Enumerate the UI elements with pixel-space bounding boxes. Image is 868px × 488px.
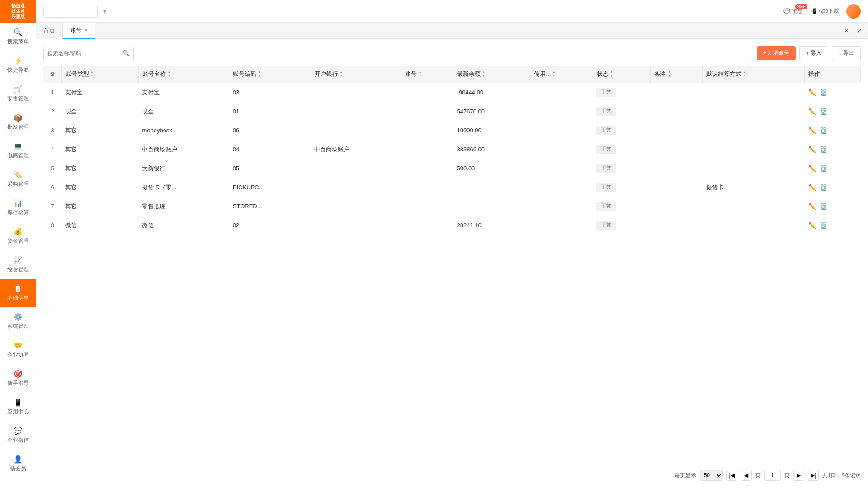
page-size-select[interactable]: 50 100 200 xyxy=(700,470,723,481)
col-balance[interactable]: 最新余额 ▲▼ xyxy=(453,66,530,83)
row-account xyxy=(401,121,453,140)
edit-button[interactable]: ✏️ xyxy=(808,184,816,191)
avatar[interactable] xyxy=(846,4,861,19)
col-bank[interactable]: 开户银行 ▲▼ xyxy=(311,66,401,83)
tab-account[interactable]: 账号 × xyxy=(63,23,95,39)
sidebar-item-ecommerce[interactable]: 💻 电商管理 xyxy=(0,136,36,165)
next-page-button[interactable]: ▶ xyxy=(793,470,804,481)
col-remark[interactable]: 备注 ▲▼ xyxy=(651,66,703,83)
first-page-button[interactable]: |◀ xyxy=(726,470,737,481)
col-name[interactable]: 账号名称 ▲▼ xyxy=(138,66,229,83)
row-name: 支付宝 xyxy=(138,83,229,102)
delete-button[interactable]: 🗑️ xyxy=(820,203,827,210)
search-icon[interactable]: 🔍 xyxy=(123,50,130,56)
row-remark xyxy=(651,178,703,197)
row-bank xyxy=(311,83,401,102)
wholesale-icon: 📦 xyxy=(14,113,23,122)
edit-button[interactable]: ✏️ xyxy=(808,89,816,96)
col-settings[interactable]: ⚙ xyxy=(43,66,61,83)
sidebar-item-label: 零售管理 xyxy=(7,95,29,103)
row-code: STORED... xyxy=(229,197,311,216)
prev-page-button[interactable]: ◀ xyxy=(741,470,752,481)
sidebar-item-label: 批发管理 xyxy=(7,123,29,131)
sidebar-item-label: 库存核算 xyxy=(7,209,29,216)
tab-close-button[interactable]: × xyxy=(841,25,852,36)
message-button[interactable]: 💬 消息 99+ xyxy=(783,7,803,15)
search-input[interactable] xyxy=(47,50,123,56)
row-name: 现金 xyxy=(138,102,229,121)
delete-button[interactable]: 🗑️ xyxy=(820,127,827,134)
sort-arrows-type: ▲▼ xyxy=(90,70,94,78)
tab-home[interactable]: 首页 xyxy=(36,23,63,39)
col-default-payment[interactable]: 默认结算方式 ▲▼ xyxy=(703,66,805,83)
col-account[interactable]: 账号 ▲▼ xyxy=(401,66,453,83)
row-remark xyxy=(651,83,703,102)
row-status: 正常 xyxy=(593,121,651,140)
delete-button[interactable]: 🗑️ xyxy=(820,108,827,115)
row-account xyxy=(401,178,453,197)
col-account-label: 账号 xyxy=(405,70,417,78)
col-usage[interactable]: 使用... ▲▼ xyxy=(530,66,593,83)
delete-button[interactable]: 🗑️ xyxy=(820,184,827,191)
inventory-icon: 📊 xyxy=(14,199,23,207)
search-box[interactable]: 🔍 xyxy=(43,47,134,60)
edit-button[interactable]: ✏️ xyxy=(808,127,816,134)
topbar-search-input[interactable] xyxy=(43,5,98,18)
sidebar-item-system[interactable]: ⚙️ 系统管理 xyxy=(0,307,36,336)
sidebar-item-wholesale[interactable]: 📦 批发管理 xyxy=(0,108,36,136)
row-remark xyxy=(651,216,703,235)
row-no: 7 xyxy=(43,197,61,216)
import-button[interactable]: ↑ 导入 xyxy=(799,46,828,60)
sidebar-item-inventory[interactable]: 📊 库存核算 xyxy=(0,193,36,222)
page-size-label: 每页显示 xyxy=(675,472,696,479)
row-name: moneybosx xyxy=(138,121,229,140)
delete-button[interactable]: 🗑️ xyxy=(820,165,827,172)
sidebar-item-appcenter[interactable]: 📱 应用中心 xyxy=(0,393,36,421)
last-page-button[interactable]: ▶| xyxy=(808,470,819,481)
tab-actions: × ⤢ xyxy=(841,25,868,36)
current-page-input[interactable] xyxy=(764,470,781,481)
sidebar-item-wechat[interactable]: 💬 企业微信 xyxy=(0,421,36,450)
app-logo: 畅捷通好生意 乐惠版 xyxy=(0,0,36,23)
edit-button[interactable]: ✏️ xyxy=(808,108,816,115)
row-balance: 383866.00 xyxy=(453,140,530,159)
edit-button[interactable]: ✏️ xyxy=(808,222,816,229)
tab-close-icon[interactable]: × xyxy=(85,27,88,33)
app-download-button[interactable]: 📲 App下载 xyxy=(810,7,839,15)
delete-button[interactable]: 🗑️ xyxy=(820,89,827,96)
row-usage xyxy=(530,178,593,197)
sidebar-item-guide[interactable]: 🎯 新手引导 xyxy=(0,364,36,393)
row-default-payment xyxy=(703,216,805,235)
table-row: 2 现金 现金 01 547670.00 正常 ✏️ 🗑️ xyxy=(43,102,861,121)
sidebar-item-basic[interactable]: 📋 基础信息 xyxy=(0,279,36,307)
col-status[interactable]: 状态 ▲▼ xyxy=(593,66,651,83)
row-action: ✏️ 🗑️ xyxy=(805,121,861,140)
tab-expand-button[interactable]: ⤢ xyxy=(854,25,864,36)
edit-button[interactable]: ✏️ xyxy=(808,146,816,153)
dropdown-chevron-icon[interactable]: ▾ xyxy=(103,8,106,15)
col-type[interactable]: 账号类型 ▲▼ xyxy=(61,66,138,83)
page-label: 页 xyxy=(755,472,761,479)
sidebar-item-member[interactable]: 👤 畅会员 xyxy=(0,450,36,478)
delete-button[interactable]: 🗑️ xyxy=(820,222,827,229)
sidebar-item-operations[interactable]: 📈 经营管理 xyxy=(0,250,36,279)
edit-button[interactable]: ✏️ xyxy=(808,165,816,172)
col-code[interactable]: 账号编码 ▲▼ xyxy=(229,66,311,83)
delete-button[interactable]: 🗑️ xyxy=(820,146,827,153)
sidebar-item-finance[interactable]: 💰 资金管理 xyxy=(0,222,36,250)
settings-icon[interactable]: ⚙ xyxy=(50,71,55,78)
export-button[interactable]: ↓ 导出 xyxy=(832,46,861,60)
sidebar-item-cooperation[interactable]: 🤝 企业协同 xyxy=(0,336,36,364)
sort-arrows-payment: ▲▼ xyxy=(743,70,746,78)
row-default-payment xyxy=(703,159,805,178)
row-usage xyxy=(530,102,593,121)
sidebar-item-search[interactable]: 🔍 搜索菜单 xyxy=(0,23,36,51)
sidebar-item-purchase[interactable]: 🏷️ 采购管理 xyxy=(0,165,36,193)
sidebar-item-retail[interactable]: 🛒 零售管理 xyxy=(0,80,36,108)
row-status: 正常 xyxy=(593,216,651,235)
sidebar-item-label: 快捷导航 xyxy=(7,66,29,74)
add-account-button[interactable]: + 新增账号 xyxy=(757,46,796,60)
edit-button[interactable]: ✏️ xyxy=(808,203,816,210)
col-name-label: 账号名称 xyxy=(142,70,166,78)
sidebar-item-quick[interactable]: ⚡ 快捷导航 xyxy=(0,51,36,80)
